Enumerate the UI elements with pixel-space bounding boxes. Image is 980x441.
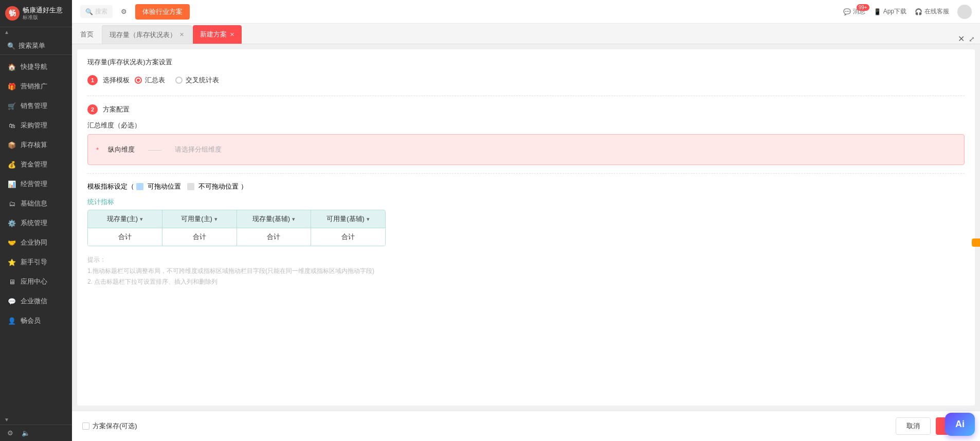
- radio-summary-dot: [135, 77, 142, 84]
- chevron-down-icon-3: ▾: [292, 216, 295, 223]
- sidebar-item-shortcut[interactable]: 🏠 快捷导航: [0, 57, 72, 77]
- chevron-down-icon-4: ▾: [367, 216, 370, 223]
- stats-col-1[interactable]: 现存量(主) ▾: [88, 210, 162, 228]
- save-label: 方案保存(可选): [93, 421, 137, 431]
- sidebar-label-member: 畅会员: [21, 316, 41, 325]
- sidebar-search[interactable]: 🔍 搜索菜单: [0, 37, 72, 55]
- radio-cross[interactable]: 交叉统计表: [175, 76, 219, 85]
- sidebar-item-cooperation[interactable]: 🤝 企业协同: [0, 233, 72, 252]
- step2-title: 方案配置: [103, 105, 130, 114]
- message-button[interactable]: 💬 消息 99+: [843, 7, 865, 16]
- sidebar-label-marketing: 营销推广: [21, 82, 47, 91]
- sidebar-item-appstore[interactable]: 🖥 应用中心: [0, 272, 72, 291]
- trial-button[interactable]: 体验行业方案: [135, 4, 190, 20]
- dimension-required-area: * 纵向维度 —— 请选择分组维度: [87, 134, 965, 165]
- gear-icon: ⚙️: [7, 218, 16, 228]
- chart-icon: 📊: [7, 179, 16, 189]
- sidebar-label-shortcut: 快捷导航: [21, 62, 47, 71]
- tab-home[interactable]: 首页: [72, 25, 102, 44]
- sidebar-item-member[interactable]: 👤 畅会员: [0, 311, 72, 330]
- topbar-search-box[interactable]: 🔍 搜索: [80, 5, 113, 18]
- dimension-placeholder[interactable]: 请选择分组维度: [175, 145, 222, 154]
- tab-inventory-status[interactable]: 现存量（库存状况表） ✕: [102, 25, 192, 44]
- stats-col-3[interactable]: 现存量(基辅) ▾: [237, 210, 312, 228]
- sidebar-item-sales[interactable]: 🛒 销售管理: [0, 96, 72, 116]
- sidebar-label-guide: 新手引导: [21, 258, 47, 267]
- tab-new-plan[interactable]: 新建方案 ✕: [193, 25, 242, 44]
- chevron-down-icon-2: ▾: [214, 216, 217, 223]
- sidebar-footer: ⚙ 🔈: [0, 425, 72, 441]
- volume-icon[interactable]: 🔈: [22, 429, 30, 437]
- scroll-down-arrow[interactable]: ▼: [0, 415, 72, 425]
- sidebar-item-wechat[interactable]: 💬 企业微信: [0, 291, 72, 311]
- sidebar-item-marketing[interactable]: 🎁 营销推广: [0, 77, 72, 96]
- radio-cross-label: 交叉统计表: [186, 76, 219, 85]
- app-download-button[interactable]: 📱 App下载: [874, 7, 906, 16]
- radio-summary-label: 汇总表: [145, 76, 165, 85]
- content-wrapper: 现存量(库存状况表)方案设置 1 选择模板 汇总表: [72, 44, 980, 441]
- sidebar-label-wechat: 企业微信: [21, 297, 47, 306]
- save-checkbox[interactable]: [82, 422, 89, 430]
- sidebar-item-finance[interactable]: 💰 资金管理: [0, 155, 72, 174]
- online-service-button[interactable]: 🎧 在线客服: [915, 7, 949, 16]
- settings-icon[interactable]: ⚙: [7, 429, 13, 437]
- sidebar-label-basic: 基础信息: [21, 199, 47, 208]
- home-icon: 🏠: [7, 62, 16, 71]
- tips-title: 提示：: [87, 254, 965, 266]
- radio-summary[interactable]: 汇总表: [135, 76, 165, 85]
- stats-cell-4: 合计: [311, 228, 385, 246]
- stats-col-2[interactable]: 可用量(主) ▾: [162, 210, 237, 228]
- content-area: 现存量(库存状况表)方案设置 1 选择模板 汇总表: [72, 44, 980, 411]
- step1-badge: 1: [87, 75, 98, 85]
- right-edge-tab[interactable]: [972, 238, 980, 247]
- search-placeholder-text: 搜索: [95, 7, 107, 16]
- movable-label: 可拖动位置: [148, 182, 181, 191]
- step2-badge: 2: [87, 104, 98, 115]
- sidebar-item-purchase[interactable]: 🛍 采购管理: [0, 116, 72, 135]
- sidebar-item-system[interactable]: ⚙️ 系统管理: [0, 213, 72, 233]
- unmovable-label: 不可拖动位置: [198, 182, 239, 191]
- settings-gear-button[interactable]: ⚙: [117, 5, 131, 19]
- tab-close-button[interactable]: ✕: [958, 34, 965, 44]
- topbar: 🔍 搜索 ⚙ 体验行业方案 💬 消息 99+ 📱 App下载 🎧 在线客服: [72, 0, 980, 24]
- stats-section-label: 统计指标: [87, 197, 965, 207]
- app-logo: 畅 畅康通好生意 标准版: [0, 0, 72, 27]
- required-star: *: [96, 146, 99, 154]
- sidebar-item-guide[interactable]: ⭐ 新手引导: [0, 252, 72, 272]
- step1-title: 选择模板: [103, 76, 130, 85]
- tab-inventory-close[interactable]: ✕: [179, 31, 184, 38]
- stats-table: 现存量(主) ▾ 可用量(主) ▾ 现存量(基辅) ▾: [87, 210, 386, 246]
- app-version: 标准版: [23, 14, 63, 21]
- step2-section: 2 方案配置 汇总维度（必选） * 纵向维度 —— 请选择分组维度 模板指: [87, 104, 965, 288]
- sidebar-item-inventory[interactable]: 📦 库存核算: [0, 135, 72, 155]
- download-icon: 📱: [874, 8, 881, 15]
- gift-icon: 🎁: [7, 82, 16, 91]
- tab-expand-button[interactable]: ⤢: [969, 35, 975, 43]
- cancel-button[interactable]: 取消: [896, 417, 931, 435]
- bottom-bar: 方案保存(可选) 取消 查询: [72, 411, 980, 441]
- sidebar-item-operations[interactable]: 📊 经营管理: [0, 174, 72, 194]
- step1-section: 1 选择模板 汇总表 交叉统计表: [87, 75, 965, 85]
- tab-home-label: 首页: [80, 30, 94, 39]
- sidebar-nav: 🏠 快捷导航 🎁 营销推广 🛒 销售管理 🛍 采购管理 📦 库存核算 💰 资金管…: [0, 55, 72, 415]
- sidebar-label-purchase: 采购管理: [21, 121, 47, 130]
- ai-button[interactable]: Ai: [945, 413, 975, 436]
- tip-1: 1.拖动标题栏可以调整布局，不可跨维度或指标区域拖动栏目字段(只能在同一维度或指…: [87, 266, 965, 277]
- stats-col-4[interactable]: 可用量(基辅) ▾: [311, 210, 385, 228]
- tab-new-close[interactable]: ✕: [230, 31, 234, 38]
- box-icon: 📦: [7, 140, 16, 150]
- divider-2: [87, 173, 965, 174]
- save-checkbox-row[interactable]: 方案保存(可选): [82, 421, 137, 431]
- app-name: 畅康通好生意: [23, 6, 63, 14]
- tab-new-label: 新建方案: [200, 30, 227, 39]
- wallet-icon: 💰: [7, 160, 16, 169]
- sidebar-item-basic[interactable]: 🗂 基础信息: [0, 194, 72, 213]
- step1-header: 1 选择模板 汇总表 交叉统计表: [87, 75, 965, 85]
- content-inner: 现存量(库存状况表)方案设置 1 选择模板 汇总表: [77, 49, 975, 406]
- user-avatar[interactable]: [957, 5, 972, 19]
- tip-2: 2. 点击标题栏下拉可设置排序、插入列和删除列: [87, 277, 965, 288]
- message-badge: 99+: [857, 4, 869, 11]
- sidebar-label-appstore: 应用中心: [21, 277, 47, 286]
- scroll-up-arrow[interactable]: ▲: [0, 27, 72, 37]
- indicator-setting-suffix: ）: [241, 182, 247, 191]
